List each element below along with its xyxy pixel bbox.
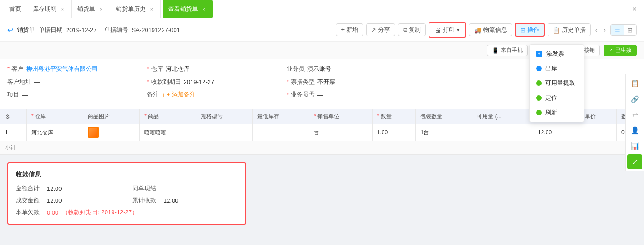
doc-title-area: ↩ 销货单 — [7, 26, 35, 34]
ticket-type-value: 不开票 — [317, 78, 335, 86]
col-quantity: 数量 — [372, 109, 416, 124]
employee-value: 演示账号 — [307, 65, 331, 73]
number-label: 单据编号 — [104, 26, 128, 34]
row-available — [472, 124, 533, 141]
menu-item-outbound[interactable]: 出库 — [530, 61, 584, 76]
menu-item-available-extract[interactable]: 可用量提取 — [530, 76, 584, 91]
list-view-icon[interactable]: ☰ — [611, 25, 624, 35]
col-pack-qty: 包装数量 — [416, 109, 472, 124]
sidebar-icon-expand[interactable]: ⤢ — [627, 154, 642, 169]
row-warehouse: 河北仓库 — [27, 124, 83, 141]
sidebar-icon-link[interactable]: 🔗 — [627, 92, 642, 107]
transaction-value: 12.00 — [47, 197, 62, 204]
logistics-button[interactable]: 🚚 物流信息 — [469, 23, 512, 36]
settlement-value: — — [164, 185, 169, 192]
new-button[interactable]: + 新增 — [336, 23, 363, 36]
col-price: 单价 — [580, 109, 616, 124]
tab-view-sales-close[interactable]: × — [201, 6, 207, 12]
tab-history-label: 销货单历史 — [116, 5, 146, 13]
sidebar-icon-copy[interactable]: 📋 — [627, 76, 642, 91]
address-field: 客户地址 — — [7, 78, 136, 86]
col-unit: 销售单位 — [309, 109, 372, 124]
number-value: SA-20191227-001 — [132, 27, 181, 34]
customer-value[interactable]: 柳州粤港平安气体有限公司 — [26, 65, 98, 73]
from-phone-button[interactable]: 📱 来自手机 — [487, 45, 528, 56]
tab-bar-close-icon[interactable]: × — [629, 5, 640, 13]
date-value: 2019-12-27 — [66, 27, 97, 34]
confirmed-button[interactable]: ✓ 已生效 — [604, 45, 637, 56]
print-button-wrapper: 🖨 打印 ▾ — [429, 22, 466, 38]
row-spec — [196, 124, 253, 141]
doc-header: ↩ 销货单 单据日期 2019-12-27 单据编号 SA-20191227-0… — [0, 18, 644, 42]
tab-sales-order[interactable]: 销货单 × — [72, 0, 110, 18]
grid-view-icon[interactable]: ⊞ — [624, 25, 636, 35]
menu-item-locate[interactable]: 定位 — [530, 91, 584, 105]
warehouse-field: 仓库 河北仓库 — [147, 65, 276, 73]
payment-section: 收款信息 金额合计 12.00 同单现结 — 成交金额 12.00 累计收款 1… — [7, 162, 246, 225]
settlement-row: 同单现结 — — [132, 184, 238, 193]
tab-history-close[interactable]: × — [148, 6, 155, 12]
total-row: 金额合计 12.00 — [16, 184, 121, 193]
share-icon: ↗ — [371, 27, 376, 34]
tab-sales-label: 销货单 — [77, 5, 95, 13]
cumulative-row: 累计收款 12.00 — [132, 196, 238, 205]
sidebar-icon-user[interactable]: 👤 — [627, 123, 642, 138]
col-available: 可用量 (... — [472, 109, 533, 124]
project-value: — — [22, 91, 28, 98]
warehouse-value: 河北仓库 — [166, 65, 190, 73]
phone-icon: 📱 — [492, 47, 499, 54]
confirmed-icon: ✓ — [609, 47, 613, 54]
payment-grid: 金额合计 12.00 同单现结 — 成交金额 12.00 累计收款 12.00 … — [16, 184, 238, 217]
settlement-label: 同单现结 — [132, 184, 160, 193]
menu-item-refresh[interactable]: 刷新 — [530, 105, 584, 120]
row-index: 1 — [0, 124, 27, 141]
tab-view-sales[interactable]: 查看销货单 × — [163, 0, 213, 18]
print-button[interactable]: 🖨 打印 ▾ — [430, 24, 464, 36]
copy-icon: ⧉ — [403, 26, 407, 34]
menu-item-add-invoice[interactable]: + 添发票 — [530, 46, 584, 61]
history-icon: 📋 — [553, 27, 560, 34]
tab-view-sales-label: 查看销货单 — [168, 5, 198, 13]
tab-home[interactable]: 首页 — [4, 0, 27, 18]
share-button[interactable]: ↗ 分享 — [366, 23, 395, 36]
customer-field: 客户 柳州粤港平安气体有限公司 — [7, 65, 136, 73]
arrears-note: （收款到期日: 2019-12-27） — [62, 208, 138, 217]
operation-button[interactable]: ⊞ 操作 — [515, 23, 545, 37]
tab-sales-close[interactable]: × — [98, 6, 104, 12]
doc-icon: ↩ — [7, 26, 13, 34]
tab-sales-history[interactable]: 销货单历史 × — [110, 0, 161, 18]
copy-button[interactable]: ⧉ 复制 — [398, 23, 426, 36]
transaction-label: 成交金额 — [16, 196, 43, 205]
payment-date-field: 收款到期日 2019-12-27 — [147, 78, 276, 86]
table-row: 1 河北仓库 嘻嘻嘻嘻 台 1.00 1台 12.00 — [0, 124, 644, 141]
tab-inventory-init[interactable]: 库存期初 × — [27, 0, 72, 18]
project-field: 项目 — — [7, 91, 136, 99]
sales-person-field: 业务员孟 — — [287, 91, 415, 99]
subtotal-label: 小计 — [0, 141, 644, 155]
col-spec: 规格型号 — [196, 109, 253, 124]
sales-person-value: — — [317, 91, 323, 98]
add-invoice-icon: + — [536, 51, 542, 57]
tab-bar: 首页 库存期初 × 销货单 × 销货单历史 × 查看销货单 × × — [0, 0, 644, 18]
history-button[interactable]: 📋 历史单据 — [548, 23, 591, 36]
ticket-type-field: 票据类型 不开票 — [287, 78, 415, 86]
nav-prev-icon[interactable]: ‹ — [593, 26, 599, 34]
tab-inventory-close[interactable]: × — [59, 6, 66, 12]
nav-next-icon[interactable]: › — [602, 26, 608, 34]
add-note-btn[interactable]: + + 添加备注 — [162, 91, 196, 99]
tab-home-label: 首页 — [9, 5, 21, 13]
product-image — [88, 127, 99, 138]
refresh-icon — [536, 110, 542, 115]
operation-icon: ⊞ — [520, 27, 525, 34]
logistics-icon: 🚚 — [474, 27, 481, 34]
col-gear[interactable]: ⚙ — [0, 109, 27, 124]
note-field: 备注 + + 添加备注 — [147, 91, 276, 99]
row-stock: 12.00 — [533, 124, 580, 141]
cumulative-label: 累计收款 — [132, 196, 160, 205]
col-min-stock: 最低库存 — [253, 109, 309, 124]
sidebar-icon-chart[interactable]: 📊 — [627, 139, 642, 154]
locate-icon — [536, 95, 542, 101]
subtotal-row: 小计 — [0, 141, 644, 155]
payment-date-value: 2019-12-27 — [184, 79, 215, 85]
sidebar-icon-return[interactable]: ↩ — [627, 108, 642, 122]
